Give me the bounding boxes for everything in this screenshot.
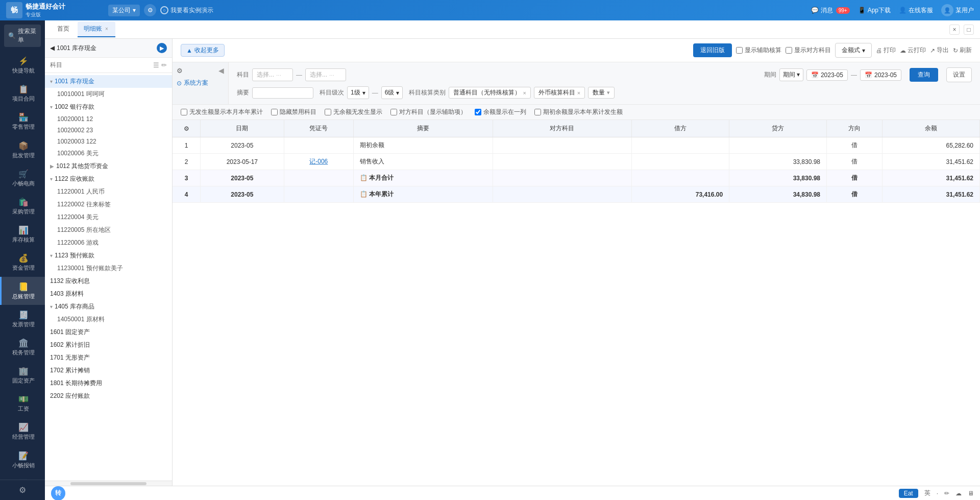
tag-2[interactable]: 外币核算科目 × bbox=[534, 87, 585, 99]
panel-collapse-btn[interactable]: ◀ bbox=[218, 66, 224, 75]
no-balance-input[interactable] bbox=[325, 109, 331, 115]
online-service-button[interactable]: 👤 在线客服 bbox=[899, 6, 933, 15]
sidebar-item-ledger[interactable]: 📒 总账管理 bbox=[0, 277, 45, 305]
tree-item-1122[interactable]: ▾ 1122 应收账款 bbox=[45, 173, 172, 185]
table-settings-icon[interactable]: ⚙ bbox=[184, 125, 189, 132]
opening-balance-input[interactable] bbox=[534, 109, 541, 115]
tree-item-1701[interactable]: 1701 无形资产 bbox=[45, 351, 172, 364]
icon-item-1[interactable]: ✏ bbox=[944, 490, 949, 497]
settings-icon[interactable]: ⚙ bbox=[144, 4, 156, 16]
tag-3[interactable]: 数量 ▾ bbox=[588, 87, 615, 99]
tree-item-14050001[interactable]: 14050001 原材料 bbox=[45, 313, 172, 326]
tree-item-10020002[interactable]: 10020002 23 bbox=[45, 125, 172, 136]
return-old-btn[interactable]: 退回旧版 bbox=[693, 43, 732, 57]
icon-item-2[interactable]: ☁ bbox=[955, 490, 962, 497]
list-icon[interactable]: ☰ bbox=[153, 61, 159, 69]
tree-item-1002[interactable]: ▾ 1002 银行存款 bbox=[45, 101, 172, 113]
sidebar-item-capital[interactable]: 💰 资金管理 bbox=[0, 248, 45, 276]
show-aux-input[interactable] bbox=[736, 47, 743, 54]
tab-home[interactable]: 首页 bbox=[51, 21, 76, 37]
tree-item-10020003[interactable]: 10020003 122 bbox=[45, 136, 172, 147]
tree-item-1602[interactable]: 1602 累计折旧 bbox=[45, 339, 172, 351]
show-aux-checkbox[interactable]: 显示辅助核算 bbox=[736, 46, 781, 55]
user-area[interactable]: 👤 某用户 bbox=[941, 4, 974, 16]
summary-input[interactable] bbox=[252, 87, 313, 99]
company-selector[interactable]: 某公司 ▾ bbox=[108, 5, 140, 16]
tree-item-1801[interactable]: 1801 长期待摊费用 bbox=[45, 377, 172, 390]
tab-detail[interactable]: 明细账 × bbox=[78, 21, 115, 37]
account-nav-arrow[interactable]: ▶ bbox=[157, 43, 167, 53]
opposite-checkbox[interactable]: 对方科目（显示辅助项） bbox=[390, 108, 467, 116]
message-button[interactable]: 💬 消息 99+ bbox=[811, 6, 850, 15]
window-maximize-button[interactable]: □ bbox=[964, 25, 974, 35]
tag-1[interactable]: 普通科目（无特殊核算） × bbox=[449, 87, 530, 99]
hide-disabled-checkbox[interactable]: 隐藏禁用科目 bbox=[271, 108, 316, 116]
tag-close-2[interactable]: × bbox=[577, 90, 580, 96]
sidebar-item-invoice[interactable]: 🧾 发票管理 bbox=[0, 305, 45, 333]
balance-col-input[interactable] bbox=[475, 109, 481, 115]
tree-item-11220004[interactable]: 11220004 美元 bbox=[45, 211, 172, 224]
sidebar-item-basic[interactable]: ℹ️ 基础信息 bbox=[0, 474, 45, 480]
sidebar-item-ecommerce[interactable]: 🛒 小畅电商 bbox=[0, 164, 45, 192]
demo-link[interactable]: ○ 我要看实例演示 bbox=[160, 6, 213, 15]
show-opp-checkbox[interactable]: 显示对方科目 bbox=[786, 46, 831, 55]
show-opp-input[interactable] bbox=[786, 47, 792, 54]
tree-item-10020006[interactable]: 10020006 美元 bbox=[45, 147, 172, 160]
sidebar-item-tax[interactable]: 🏛️ 税务管理 bbox=[0, 333, 45, 361]
tree-item-1123[interactable]: ▾ 1123 预付账款 bbox=[45, 249, 172, 262]
sidebar-item-wholesale[interactable]: 📦 批发管理 bbox=[0, 136, 45, 164]
subject-input-to[interactable]: 选择... ··· bbox=[305, 68, 346, 81]
no-balance-checkbox[interactable]: 无余额无发生显示 bbox=[325, 108, 382, 116]
opposite-input[interactable] bbox=[390, 109, 397, 115]
amount-mode-btn[interactable]: 金额式 ▾ bbox=[835, 43, 872, 58]
lang-item[interactable]: 英 bbox=[924, 489, 930, 497]
tree-item-11220001[interactable]: 11220001 人民币 bbox=[45, 185, 172, 198]
sidebar-item-quick-nav[interactable]: ⚡ 快捷导航 bbox=[0, 51, 45, 79]
sidebar-item-inventory[interactable]: 📊 库存核算 bbox=[0, 220, 45, 248]
edit-icon[interactable]: ✏ bbox=[161, 61, 167, 69]
eat-btn[interactable]: Eat bbox=[899, 489, 918, 498]
tab-close-icon[interactable]: × bbox=[104, 25, 109, 33]
tree-item-10020001[interactable]: 10020001 12 bbox=[45, 113, 172, 125]
level-from-select[interactable]: 1级 ▾ bbox=[347, 86, 369, 99]
level-to-select[interactable]: 6级 ▾ bbox=[381, 86, 403, 99]
icon-item-3[interactable]: 🖥 bbox=[968, 490, 974, 497]
sidebar-item-sales[interactable]: 📝 小畅报销 bbox=[0, 446, 45, 474]
tree-item-1132[interactable]: 1132 应收利息 bbox=[45, 275, 172, 288]
sidebar-search[interactable]: 🔍 搜索菜单 bbox=[4, 25, 41, 47]
hide-disabled-input[interactable] bbox=[271, 109, 278, 115]
tree-item-1403[interactable]: 1403 原材料 bbox=[45, 288, 172, 300]
balance-col-checkbox[interactable]: 余额显示在一列 bbox=[475, 108, 526, 116]
sidebar-item-salary[interactable]: 💵 工资 bbox=[0, 389, 45, 417]
period-from-input[interactable]: 📅 2023-05 bbox=[806, 69, 848, 81]
tree-item-11220002[interactable]: 11220002 往来标签 bbox=[45, 198, 172, 211]
period-type-select[interactable]: 期间 ▾ bbox=[779, 68, 803, 81]
period-to-input[interactable]: 📅 2023-05 bbox=[860, 69, 901, 81]
export-btn[interactable]: ↗ 导出 bbox=[930, 46, 949, 55]
tree-item-1702[interactable]: 1702 累计摊销 bbox=[45, 364, 172, 377]
tree-item-1601[interactable]: 1601 固定资产 bbox=[45, 326, 172, 339]
sidebar-item-purchase[interactable]: 🛍️ 采购管理 bbox=[0, 192, 45, 220]
query-btn[interactable]: 查询 bbox=[910, 68, 938, 82]
opening-balance-checkbox[interactable]: 期初余额显示本年累计发生额 bbox=[534, 108, 623, 116]
settings-btn[interactable]: 设置 bbox=[946, 67, 972, 82]
tree-item-11220005[interactable]: 11220005 所在地区 bbox=[45, 224, 172, 236]
tree-item-11220006[interactable]: 11220006 游戏 bbox=[45, 236, 172, 249]
window-close-button[interactable]: × bbox=[949, 25, 960, 35]
no-occur-checkbox[interactable]: 无发生额显示本月本年累计 bbox=[181, 108, 263, 116]
sidebar-item-retail[interactable]: 🏪 零售管理 bbox=[0, 107, 45, 135]
tree-item-2202[interactable]: 2202 应付账款 bbox=[45, 390, 172, 402]
cloud-print-btn[interactable]: ☁ 云打印 bbox=[900, 46, 926, 55]
sidebar-item-operations[interactable]: 📈 经营管理 bbox=[0, 417, 45, 445]
tree-item-1405[interactable]: ▾ 1405 库存商品 bbox=[45, 300, 172, 313]
collapse-more-btn[interactable]: ▲ 收起更多 bbox=[181, 44, 225, 57]
sidebar-settings-icon[interactable]: ⚙ bbox=[19, 485, 26, 495]
tag-close-3[interactable]: ▾ bbox=[607, 89, 610, 96]
subject-input-from[interactable]: 选择... ··· bbox=[252, 68, 293, 81]
refresh-btn[interactable]: ↻ 刷新 bbox=[953, 46, 972, 55]
tag-close-1[interactable]: × bbox=[523, 90, 526, 96]
tree-item-10010001[interactable]: 10010001 呵呵呵 bbox=[45, 88, 172, 101]
tree-item-1001[interactable]: ▾ 1001 库存现金 bbox=[45, 75, 172, 88]
voucher-link[interactable]: 记-006 bbox=[309, 158, 328, 165]
tree-item-1012[interactable]: ▶ 1012 其他货币资金 bbox=[45, 160, 172, 173]
